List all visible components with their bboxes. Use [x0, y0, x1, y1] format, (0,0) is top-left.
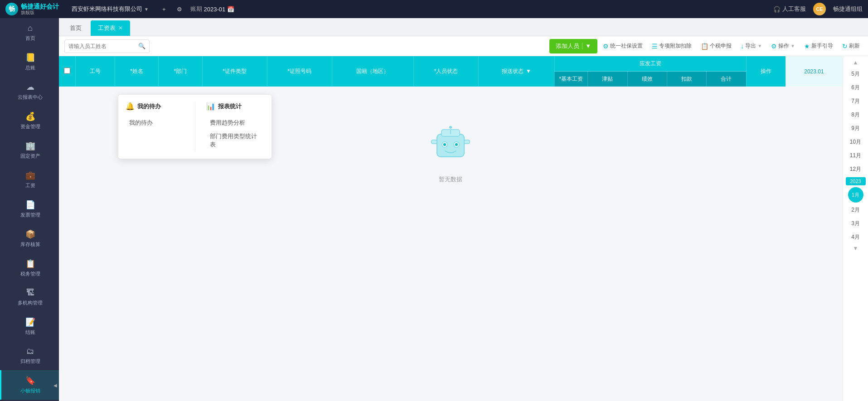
settings-icon: ⚙: [177, 6, 182, 13]
company-name: 西安虾米网络科技有限公司: [72, 5, 142, 13]
refresh-btn[interactable]: ↻ 刷新: [839, 40, 863, 52]
add-person-button[interactable]: 添加人员 ▼: [549, 39, 597, 53]
sidebar-item-ledger[interactable]: 📒 总账: [0, 47, 59, 77]
month-item-8[interactable]: 8月: [846, 108, 866, 121]
header-year-col: 2023.01: [786, 56, 842, 87]
month-item-3[interactable]: 3月: [846, 217, 866, 230]
report-filter-icon[interactable]: ▼: [526, 68, 531, 74]
tax-deduction-label: 专项附加扣除: [659, 42, 692, 50]
month-item-5[interactable]: 5月: [846, 68, 866, 80]
header-right-actions: 🎧 人工客服 CE 畅捷通组组: [773, 3, 863, 15]
sidebar-label-xiaochang: 小畅报销: [20, 387, 40, 394]
header-bonus: 绩效: [627, 72, 667, 87]
customer-service-button[interactable]: 🎧 人工客服: [773, 5, 806, 13]
sidebar-item-archive[interactable]: 🗂 归档管理: [0, 341, 59, 370]
calendar-icon[interactable]: 📅: [227, 6, 234, 13]
month-item-1[interactable]: 1月: [848, 187, 863, 203]
cloud-icon: ☁: [26, 82, 34, 92]
building-icon: 🏢: [25, 141, 35, 151]
month-item-10[interactable]: 10月: [846, 135, 866, 148]
content-area: 首页 工资表 ✕ 🔍 添加人员 ▼ ⚙ 统一社保: [59, 18, 868, 401]
settings-header-button[interactable]: ⚙: [174, 5, 185, 14]
header-status: *人员状态: [414, 56, 479, 87]
operations-icon: ⚙: [771, 43, 777, 50]
sidebar-item-multi-org[interactable]: 🏗 多机构管理: [0, 283, 59, 312]
inventory-icon: 📦: [25, 229, 35, 239]
month-item-4[interactable]: 4月: [846, 231, 866, 243]
logo-line2: 旗舰版: [21, 10, 59, 15]
header-country: 国籍（地区）: [332, 56, 414, 87]
individual-tax-label: 个税申报: [710, 42, 732, 50]
month-item-6[interactable]: 6月: [846, 81, 866, 94]
sidebar-item-tax[interactable]: 📋 税务管理: [0, 253, 59, 283]
period-label: 账期: [190, 5, 202, 13]
operations-btn[interactable]: ⚙ 操作 ▼: [768, 40, 798, 52]
empty-icon: [428, 123, 473, 168]
search-box: 🔍: [64, 39, 150, 53]
popup-columns: 🔔 我的待办 我的待办 📊 报表统计 费用趋势分析 部门费用类型统计表: [126, 102, 264, 151]
archive-icon: 🗂: [26, 347, 34, 356]
sidebar-item-xiaochang[interactable]: 🔖 小畅报销 ◀: [0, 370, 59, 400]
payroll-icon: 💼: [25, 170, 35, 180]
home-icon: ⌂: [28, 24, 33, 33]
popup-item-my-pending[interactable]: 我的待办: [126, 116, 184, 130]
user-name[interactable]: 畅捷通组组: [833, 5, 863, 13]
sidebar-item-fund[interactable]: 💰 资金管理: [0, 106, 59, 135]
export-icon: ↓: [741, 43, 744, 50]
month-item-11[interactable]: 11月: [846, 149, 866, 162]
popup-col-reports: 📊 报表统计 费用趋势分析 部门费用类型统计表: [206, 102, 265, 151]
sidebar-item-cloud-report[interactable]: ☁ 云报表中心: [0, 77, 59, 106]
tab-payroll-label: 工资表: [98, 24, 116, 32]
popup-col1-title: 我的待办: [137, 102, 161, 111]
header-id-no: *证照号码: [267, 56, 332, 87]
sidebar-item-invoice[interactable]: 📄 发票管理: [0, 194, 59, 224]
company-chevron-icon: ▼: [144, 7, 149, 12]
expand-icon: ◀: [53, 382, 57, 387]
month-nav-up[interactable]: ▲: [849, 58, 862, 67]
invoice-icon: 📄: [25, 200, 35, 210]
month-nav-down[interactable]: ▼: [849, 244, 862, 253]
popup-col2-header: 📊 报表统计: [206, 102, 265, 111]
sidebar-label-invoice: 发票管理: [20, 212, 40, 218]
export-btn[interactable]: ↓ 导出 ▼: [738, 40, 765, 52]
sidebar-item-payroll[interactable]: 💼 工资: [0, 165, 59, 194]
add-header-button[interactable]: +: [160, 5, 169, 14]
headset-icon: 🎧: [773, 6, 781, 13]
sidebar-item-home[interactable]: ⌂ 首页: [0, 18, 59, 47]
user-initials: CE: [816, 6, 823, 12]
company-selector[interactable]: 西安虾米网络科技有限公司 ▼: [68, 3, 152, 15]
header-name: *姓名: [115, 56, 158, 87]
tax-deduction-btn[interactable]: ☰ 专项附加扣除: [649, 40, 694, 52]
toolbar-right: 添加人员 ▼ ⚙ 统一社保设置 ☰ 专项附加扣除 📋 个税申报: [549, 39, 863, 53]
service-label: 人工客服: [782, 5, 806, 13]
month-item-7[interactable]: 7月: [846, 95, 866, 107]
sidebar-label-archive: 归档管理: [20, 358, 40, 365]
month-item-9[interactable]: 9月: [846, 122, 866, 135]
add-btn-arrow-icon[interactable]: ▼: [582, 43, 591, 49]
tab-home[interactable]: 首页: [63, 20, 89, 36]
month-item-12[interactable]: 12月: [846, 163, 866, 175]
header-basic-salary: *基本工资: [554, 72, 588, 87]
tab-close-icon[interactable]: ✕: [118, 25, 123, 31]
social-security-btn[interactable]: ⚙ 统一社保设置: [600, 40, 645, 52]
period-value: 2023-01: [204, 6, 226, 13]
sidebar-label-settlement: 结账: [25, 329, 35, 336]
select-all-checkbox[interactable]: [64, 68, 70, 74]
svg-rect-8: [432, 140, 437, 144]
search-input[interactable]: [68, 43, 136, 49]
header-deduction: 扣款: [667, 72, 706, 87]
sidebar-item-settlement[interactable]: 📝 结账: [0, 312, 59, 341]
search-icon: 🔍: [138, 43, 145, 49]
sidebar-item-inventory[interactable]: 📦 库存核算: [0, 224, 59, 253]
user-avatar[interactable]: CE: [813, 3, 826, 15]
month-item-2[interactable]: 2月: [846, 203, 866, 216]
export-label: 导出: [745, 42, 756, 50]
svg-point-7: [449, 126, 452, 129]
guide-btn[interactable]: ★ 新手引导: [801, 40, 836, 52]
tab-payroll[interactable]: 工资表 ✕: [91, 20, 130, 36]
header-dept: *部门: [159, 56, 202, 87]
individual-tax-btn[interactable]: 📋 个税申报: [698, 40, 734, 52]
popup-item-expense-trend[interactable]: 费用趋势分析: [206, 116, 265, 130]
sidebar-item-fixed-assets[interactable]: 🏢 固定资产: [0, 135, 59, 165]
popup-item-dept-expense[interactable]: 部门费用类型统计表: [206, 130, 265, 151]
